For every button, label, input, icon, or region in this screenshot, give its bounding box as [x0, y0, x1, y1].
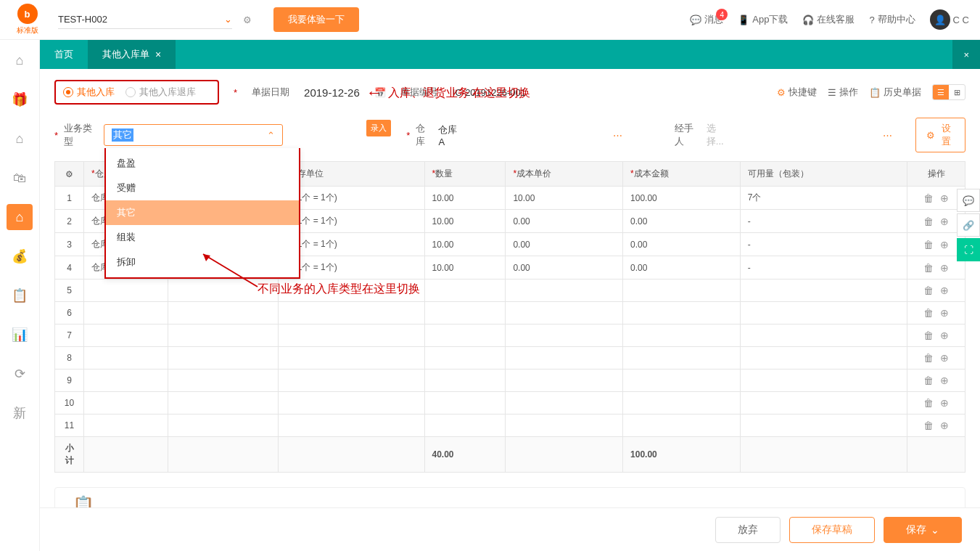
cell-warehouse[interactable]	[84, 325, 168, 347]
cell-qty[interactable]: 10.00	[424, 256, 506, 279]
sidebar-clipboard-icon[interactable]: 📋	[7, 282, 33, 309]
delete-icon[interactable]: 🗑	[923, 192, 934, 204]
cell-unit[interactable]	[278, 347, 424, 370]
cell-price[interactable]	[506, 302, 623, 325]
cell-qty[interactable]: 10.00	[424, 233, 506, 256]
add-icon[interactable]: ⊕	[940, 239, 949, 250]
add-icon[interactable]: ⊕	[940, 216, 949, 227]
sidebar-report-icon[interactable]: 📊	[7, 322, 33, 348]
online-service-button[interactable]: 🎧 在线客服	[802, 13, 855, 26]
cell-price[interactable]	[506, 347, 623, 370]
delete-icon[interactable]: 🗑	[923, 330, 934, 341]
add-icon[interactable]: ⊕	[940, 352, 949, 364]
cell-avail[interactable]: -	[740, 210, 907, 233]
table-row[interactable]: 9 🗑 ⊕	[55, 370, 965, 392]
sidebar-home-icon[interactable]: ⌂	[7, 47, 33, 73]
dropdown-item-shouzeng[interactable]: 受赠	[106, 176, 299, 200]
handler-more-icon[interactable]: ⋯	[883, 130, 894, 141]
cell-unit[interactable]	[278, 392, 424, 415]
cell-price[interactable]: 0.00	[506, 256, 623, 279]
table-gear-header[interactable]: ⚙	[55, 162, 84, 187]
sidebar-bag-icon[interactable]: 🛍	[7, 165, 33, 191]
delete-icon[interactable]: 🗑	[923, 239, 934, 250]
cell-unit[interactable]	[278, 302, 424, 325]
cell-amount[interactable]	[623, 347, 741, 370]
sidebar-warehouse-icon[interactable]: ⌂	[7, 204, 33, 230]
scan-input-button[interactable]: 录入	[366, 120, 391, 136]
cell-price[interactable]	[506, 325, 623, 347]
cell-spec[interactable]	[168, 302, 278, 325]
sidebar-money-icon[interactable]: 💰	[7, 243, 33, 269]
cell-qty[interactable]	[424, 325, 506, 347]
message-button[interactable]: 💬 消息 4	[690, 13, 723, 26]
dropdown-item-zuzhuang[interactable]: 组装	[106, 225, 299, 250]
dropdown-item-qita[interactable]: 其它	[106, 200, 299, 225]
cell-amount[interactable]	[623, 325, 741, 347]
cell-price[interactable]: 0.00	[506, 210, 623, 233]
cell-price[interactable]: 10.00	[506, 187, 623, 210]
cell-amount[interactable]: 0.00	[623, 210, 741, 233]
sidebar-refresh-icon[interactable]: ⟳	[7, 361, 33, 387]
right-link-icon[interactable]: 🔗	[957, 213, 980, 237]
add-icon[interactable]: ⊕	[940, 397, 949, 409]
tab-home[interactable]: 首页	[40, 40, 88, 69]
cell-avail[interactable]	[740, 392, 907, 415]
cell-avail[interactable]	[740, 325, 907, 347]
user-menu[interactable]: 👤 C C	[930, 9, 969, 30]
cell-avail[interactable]: 7个	[740, 187, 907, 210]
delete-icon[interactable]: 🗑	[923, 285, 934, 296]
right-expand-icon[interactable]: ⛶	[957, 238, 980, 261]
warehouse-value[interactable]: 仓库A	[438, 123, 461, 147]
cell-warehouse[interactable]	[84, 302, 168, 325]
cell-warehouse[interactable]	[84, 347, 168, 370]
delete-icon[interactable]: 🗑	[923, 375, 934, 386]
delete-icon[interactable]: 🗑	[923, 216, 934, 227]
cell-price[interactable]	[506, 370, 623, 392]
company-select[interactable]: TEST-H002 ⌄	[58, 10, 232, 29]
add-icon[interactable]: ⊕	[940, 375, 949, 386]
add-icon[interactable]: ⊕	[940, 420, 949, 431]
cell-qty[interactable]	[424, 415, 506, 437]
cell-price[interactable]	[506, 415, 623, 437]
operation-button[interactable]: ☰ 操作	[828, 86, 858, 99]
cell-qty[interactable]	[424, 370, 506, 392]
cell-warehouse[interactable]	[84, 279, 168, 302]
cell-warehouse[interactable]	[84, 392, 168, 415]
delete-icon[interactable]: 🗑	[923, 420, 934, 431]
cell-qty[interactable]	[424, 347, 506, 370]
radio-inbound[interactable]: 其他入库	[63, 86, 115, 99]
table-row[interactable]: 5 🗑 ⊕	[55, 279, 965, 302]
cell-amount[interactable]	[623, 370, 741, 392]
table-row[interactable]: 6 🗑 ⊕	[55, 302, 965, 325]
table-row[interactable]: 10 🗑 ⊕	[55, 392, 965, 415]
cell-price[interactable]: 0.00	[506, 233, 623, 256]
table-row[interactable]: 8 🗑 ⊕	[55, 347, 965, 370]
cell-warehouse[interactable]	[84, 415, 168, 437]
sidebar-gift-icon[interactable]: 🎁	[7, 86, 33, 113]
experience-button[interactable]: 我要体验一下	[273, 7, 359, 32]
cell-amount[interactable]: 0.00	[623, 233, 741, 256]
cell-amount[interactable]: 0.00	[623, 256, 741, 279]
delete-icon[interactable]: 🗑	[923, 352, 934, 364]
table-row[interactable]: 11 🗑 ⊕	[55, 415, 965, 437]
cell-avail[interactable]	[740, 370, 907, 392]
save-button[interactable]: 保存 ⌄	[884, 517, 962, 543]
cell-avail[interactable]	[740, 302, 907, 325]
cell-qty[interactable]	[424, 392, 506, 415]
cell-unit[interactable]	[278, 325, 424, 347]
cell-qty[interactable]	[424, 302, 506, 325]
add-icon[interactable]: ⊕	[940, 192, 949, 204]
delete-icon[interactable]: 🗑	[923, 262, 934, 274]
cell-spec[interactable]	[168, 392, 278, 415]
cell-unit[interactable]	[278, 370, 424, 392]
delete-icon[interactable]: 🗑	[923, 307, 934, 319]
add-icon[interactable]: ⊕	[940, 262, 949, 274]
biz-type-select[interactable]: 其它 ⌃ 盘盈 受赠 其它 组装 拆卸	[104, 124, 283, 146]
cell-amount[interactable]	[623, 279, 741, 302]
sidebar-house-icon[interactable]: ⌂	[7, 126, 33, 152]
handler-placeholder[interactable]: 选择...	[707, 122, 731, 148]
cell-avail[interactable]	[740, 347, 907, 370]
add-icon[interactable]: ⊕	[940, 285, 949, 296]
cell-spec[interactable]	[168, 415, 278, 437]
cell-avail[interactable]: -	[740, 233, 907, 256]
